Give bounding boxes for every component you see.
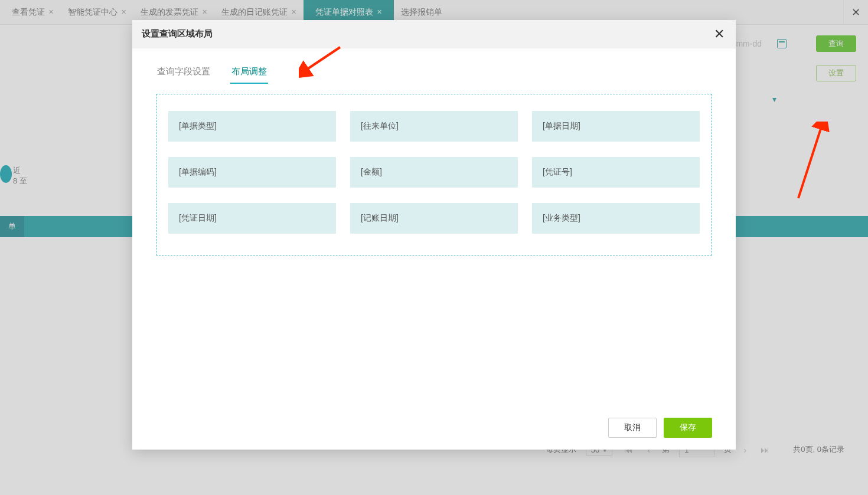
field-bill-date[interactable]: [单据日期] xyxy=(532,111,700,142)
field-biz-type[interactable]: [业务类型] xyxy=(532,203,700,234)
field-partner[interactable]: [往来单位] xyxy=(350,111,518,142)
field-bill-code[interactable]: [单据编码] xyxy=(168,157,336,188)
tab-layout-adjust[interactable]: 布局调整 xyxy=(230,63,268,83)
modal-header: 设置查询区域布局 ✕ xyxy=(132,20,736,48)
tab-query-fields[interactable]: 查询字段设置 xyxy=(156,63,211,83)
modal-footer: 取消 保存 xyxy=(132,414,736,450)
field-posting-date[interactable]: [记账日期] xyxy=(350,203,518,234)
modal-body: 查询字段设置 布局调整 [单据类型] [往来单位] [单据日期] [单据编码] xyxy=(132,48,736,414)
field-grid: [单据类型] [往来单位] [单据日期] [单据编码] [金额] [凭证号] [… xyxy=(168,111,700,234)
save-button[interactable]: 保存 xyxy=(664,418,712,438)
close-icon[interactable]: ✕ xyxy=(712,27,726,41)
field-bill-type[interactable]: [单据类型] xyxy=(168,111,336,142)
modal-tabs: 查询字段设置 布局调整 xyxy=(156,63,712,83)
field-voucher-no[interactable]: [凭证号] xyxy=(532,157,700,188)
cancel-button[interactable]: 取消 xyxy=(608,418,657,438)
layout-settings-modal: 设置查询区域布局 ✕ 查询字段设置 布局调整 [单据类型] [往来 xyxy=(132,20,736,450)
layout-drop-area[interactable]: [单据类型] [往来单位] [单据日期] [单据编码] [金额] [凭证号] [… xyxy=(156,94,712,255)
modal-overlay: 设置查询区域布局 ✕ 查询字段设置 布局调整 [单据类型] [往来 xyxy=(0,0,868,495)
modal-title: 设置查询区域布局 xyxy=(142,28,213,40)
field-amount[interactable]: [金额] xyxy=(350,157,518,188)
field-voucher-date[interactable]: [凭证日期] xyxy=(168,203,336,234)
